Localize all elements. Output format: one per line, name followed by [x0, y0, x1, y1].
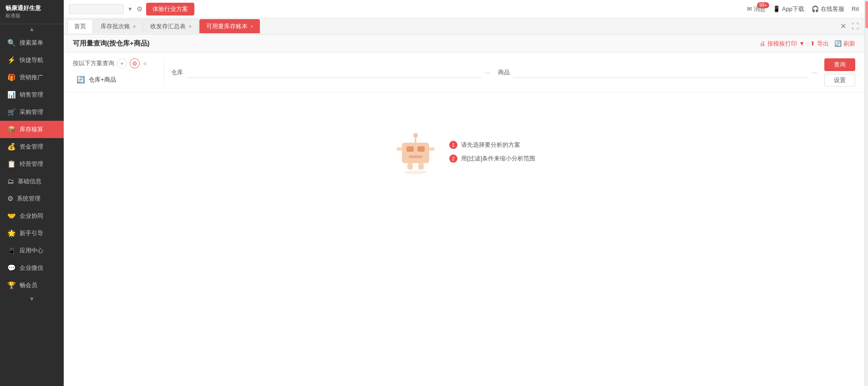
gift-icon: 🎁	[7, 73, 16, 82]
warehouse-input[interactable]	[187, 67, 482, 78]
filter-actions: 查询 设置	[824, 58, 855, 87]
sidebar-item-label: 畅会员	[20, 281, 37, 289]
phone-icon: 📱	[773, 5, 780, 12]
svg-rect-9	[418, 163, 424, 170]
product-input[interactable]	[513, 67, 808, 78]
username-label[interactable]: Rit	[852, 5, 859, 12]
tip-item-1: 1 请先选择要分析的方案	[449, 141, 535, 149]
warehouse-more-icon[interactable]: ···	[485, 69, 491, 76]
svg-point-10	[404, 170, 427, 174]
app-download-button[interactable]: 📱 App下载	[773, 5, 804, 13]
sidebar-item-quicknav[interactable]: ⚡ 快捷导航	[0, 51, 64, 69]
sidebar-item-label: 销售管理	[20, 91, 43, 99]
industry-solution-button[interactable]: 体验行业方案	[146, 3, 194, 15]
tab-home[interactable]: 首页	[67, 19, 93, 33]
gear-icon: ⚙	[7, 195, 13, 203]
sidebar-item-basic[interactable]: 🗂 基础信息	[0, 173, 64, 190]
page-title: 可用量查询(按仓库+商品)	[73, 39, 150, 48]
sidebar-item-wechat[interactable]: 💬 企业微信	[0, 259, 64, 277]
refresh-button[interactable]: 🔄 刷新	[834, 40, 855, 48]
sidebar-scroll-up[interactable]: ▲	[0, 24, 64, 34]
setting-button[interactable]: 设置	[824, 74, 855, 87]
tab-maximize-button[interactable]: ⛶	[850, 20, 861, 32]
product-label: 商品	[498, 68, 510, 77]
add-scheme-button[interactable]: +	[117, 58, 127, 68]
tip-item-2: 2 用[过滤]条件来缩小分析范围	[449, 154, 535, 163]
svg-rect-7	[429, 147, 435, 151]
scheme-item-warehouse-product[interactable]: 🔄 仓库+商品	[73, 73, 156, 87]
page-content: 可用量查询(按仓库+商品) 🖨 按模板打印 ▼ ⬆ 导出 🔄 刷新	[64, 35, 864, 386]
filter-schemes-panel: 按以下方案查询 + ⚙ « 🔄 仓库+商品	[73, 58, 164, 87]
sidebar-item-member[interactable]: 🏆 畅会员	[0, 277, 64, 294]
app-logo: 畅康通好生意 标准版	[0, 0, 64, 24]
scheme-item-label: 仓库+商品	[89, 76, 116, 84]
tab-summary-close[interactable]: ×	[188, 24, 191, 29]
warehouse-label: 仓库	[171, 68, 183, 77]
online-service-button[interactable]: 🎧 在线客服	[812, 5, 844, 13]
sidebar-item-operation[interactable]: 📋 经营管理	[0, 155, 64, 173]
scheme-header: 按以下方案查询 + ⚙ «	[73, 58, 156, 68]
tab-batch-close[interactable]: ×	[133, 24, 136, 29]
right-scrollbar[interactable]	[864, 0, 868, 386]
trophy-icon: 🏆	[7, 281, 16, 289]
svg-rect-3	[409, 155, 422, 158]
sidebar-item-purchase[interactable]: 🛒 采购管理	[0, 103, 64, 121]
tab-available-close[interactable]: ×	[250, 24, 253, 29]
filter-fields-panel: 仓库 ··· 商品 ··· 查询 设置	[171, 58, 855, 87]
edit-scheme-button[interactable]: ⚙	[130, 58, 140, 68]
scheme-icon: 🔄	[76, 76, 85, 84]
print-label: 按模板打印	[767, 40, 797, 48]
empty-state-content: 1 请先选择要分析的方案 2 用[过滤]条件来缩小分析范围	[393, 129, 535, 175]
settings-icon[interactable]: ⚙	[137, 5, 142, 13]
print-chevron-icon[interactable]: ▼	[799, 40, 805, 47]
sidebar-item-enterprise[interactable]: 🤝 企业协同	[0, 207, 64, 225]
topbar: ▼ ⚙ 体验行业方案 ✉ 消息 99+ 📱 App下载 🎧 在线客服 Rit	[64, 0, 864, 18]
tab-batch[interactable]: 库存批次账 ×	[94, 19, 142, 33]
topbar-search-input[interactable]	[69, 4, 124, 14]
empty-state: 1 请先选择要分析的方案 2 用[过滤]条件来缩小分析范围	[64, 93, 864, 211]
export-button[interactable]: ⬆ 导出	[810, 40, 829, 48]
refresh-icon: 🔄	[834, 40, 842, 47]
chart-icon: 📊	[7, 91, 16, 99]
query-button[interactable]: 查询	[824, 58, 855, 71]
tab-available[interactable]: 可用量库存账本 ×	[199, 19, 260, 33]
service-label: 在线客服	[821, 5, 844, 13]
print-template-button[interactable]: 🖨 按模板打印 ▼	[760, 40, 805, 48]
sidebar-item-sales[interactable]: 📊 销售管理	[0, 86, 64, 103]
app-subtitle: 标准版	[5, 12, 58, 19]
sidebar-item-system[interactable]: ⚙ 系统管理	[0, 190, 64, 207]
chevron-down-icon[interactable]: ▼	[127, 6, 133, 12]
tip-text-1: 请先选择要分析的方案	[461, 141, 520, 149]
sidebar-scroll-down[interactable]: ▼	[0, 294, 64, 304]
export-label: 导出	[817, 40, 829, 48]
sidebar-item-newbie[interactable]: 🌟 新手引导	[0, 225, 64, 242]
sidebar-item-marketing[interactable]: 🎁 营销推广	[0, 69, 64, 86]
tab-batch-label: 库存批次账	[101, 22, 130, 31]
tab-close-button[interactable]: ✕	[838, 20, 848, 32]
svg-rect-1	[406, 146, 414, 152]
tabs-actions: ✕ ⛶	[838, 20, 861, 32]
sidebar-item-finance[interactable]: 💰 资金管理	[0, 138, 64, 155]
cart-icon: 🛒	[7, 108, 16, 116]
sidebar-item-search[interactable]: 🔍 搜索菜单	[0, 34, 64, 51]
sidebar-item-label: 基础信息	[18, 177, 41, 185]
product-more-icon[interactable]: ···	[812, 69, 817, 76]
app-title: 畅康通好生意	[5, 5, 58, 12]
warehouse-field: 仓库 ···	[171, 67, 491, 78]
sidebar-item-label: 新手引导	[20, 229, 43, 237]
collapse-icon[interactable]: «	[143, 60, 147, 67]
message-icon: ✉	[747, 5, 752, 12]
message-button[interactable]: ✉ 消息 99+	[747, 5, 766, 13]
sidebar-item-label: 快捷导航	[20, 56, 43, 64]
search-icon: 🔍	[7, 39, 16, 47]
tip-num-2: 2	[449, 154, 457, 163]
filter-area: 按以下方案查询 + ⚙ « 🔄 仓库+商品 仓库 ···	[64, 53, 864, 93]
clipboard-icon: 📋	[7, 160, 16, 168]
sidebar-item-label: 企业协同	[20, 212, 43, 220]
tab-summary[interactable]: 收发存汇总表 ×	[143, 19, 198, 33]
svg-rect-6	[396, 147, 402, 151]
sidebar-item-appcenter[interactable]: 📱 应用中心	[0, 242, 64, 259]
lightning-icon: ⚡	[7, 56, 16, 64]
star-icon: 🌟	[7, 229, 16, 237]
sidebar-item-inventory[interactable]: 📦 库存核算	[0, 121, 64, 138]
